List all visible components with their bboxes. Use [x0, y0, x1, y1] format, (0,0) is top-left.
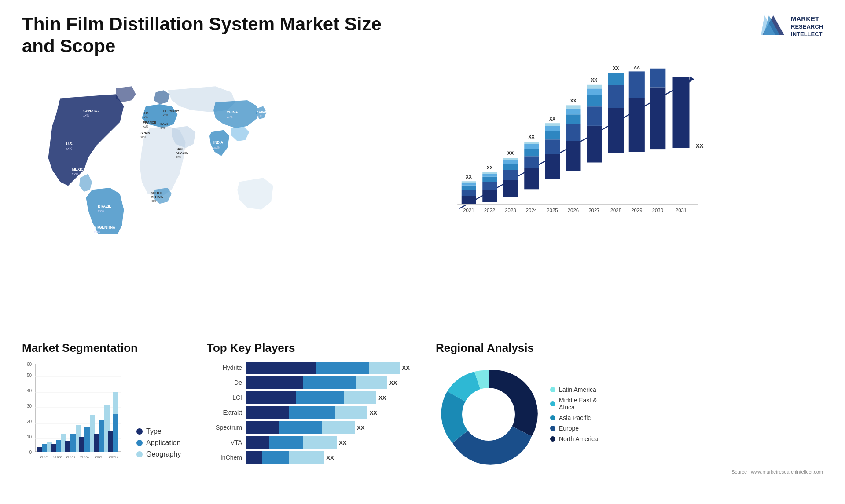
svg-rect-95 — [650, 87, 665, 149]
svg-rect-61 — [524, 144, 539, 148]
svg-text:2021: 2021 — [463, 207, 474, 212]
svg-rect-75 — [566, 109, 580, 114]
svg-text:xx%: xx% — [151, 199, 156, 202]
svg-rect-69 — [545, 123, 560, 126]
regional-label-apac: Asia Pacific — [559, 414, 591, 421]
svg-text:2029: 2029 — [631, 207, 642, 212]
map-section: CANADA xx% U.S. xx% MEXICO xx% BRAZIL xx… — [22, 66, 321, 251]
regional-legend-apac: Asia Pacific — [550, 414, 598, 421]
svg-text:GERMANY: GERMANY — [163, 109, 179, 113]
svg-text:xx%: xx% — [94, 230, 100, 234]
svg-text:MEXICO: MEXICO — [72, 168, 86, 172]
header: Thin Film Distillation System Market Siz… — [22, 13, 823, 58]
svg-rect-96 — [650, 69, 665, 88]
legend-dot-application — [136, 440, 143, 446]
logo-text: MARKET RESEARCH INTELLECT — [791, 15, 823, 38]
svg-rect-59 — [524, 156, 539, 168]
svg-rect-51 — [503, 180, 518, 197]
svg-text:ARABIA: ARABIA — [176, 151, 188, 155]
svg-text:xx%: xx% — [140, 135, 146, 139]
svg-rect-88 — [608, 73, 624, 85]
svg-rect-117 — [37, 447, 42, 452]
legend-geography: Geography — [136, 450, 181, 458]
seg-legend: Type Application Geography — [136, 427, 181, 463]
player-row-vta: VTA XX — [207, 436, 427, 449]
player-row-de: De XX — [207, 376, 427, 389]
svg-rect-125 — [65, 441, 70, 452]
svg-text:BRAZIL: BRAZIL — [98, 205, 111, 208]
source-text: Source : www.marketresearchintellect.com — [436, 469, 823, 475]
svg-text:SPAIN: SPAIN — [140, 131, 150, 135]
legend-dot-type — [136, 428, 143, 435]
svg-text:xx%: xx% — [176, 155, 181, 158]
svg-text:50: 50 — [27, 373, 32, 378]
svg-rect-55 — [503, 158, 518, 160]
svg-text:xx%: xx% — [72, 172, 78, 176]
svg-rect-52 — [503, 170, 518, 180]
svg-rect-122 — [56, 440, 61, 452]
svg-text:SAUDI: SAUDI — [176, 147, 185, 151]
svg-text:XX: XX — [634, 66, 640, 69]
svg-rect-137 — [108, 431, 113, 452]
svg-rect-99 — [673, 77, 690, 148]
bar-chart-section: 2021 XX 2022 XX 2023 — [330, 66, 823, 251]
svg-rect-58 — [524, 168, 539, 190]
svg-rect-133 — [94, 434, 99, 452]
legend-application: Application — [136, 439, 181, 447]
svg-rect-60 — [524, 149, 539, 156]
player-bar-vta: XX — [246, 436, 427, 449]
svg-text:XX: XX — [486, 165, 492, 170]
svg-rect-76 — [566, 105, 580, 109]
svg-text:2024: 2024 — [80, 455, 89, 459]
player-row-extrakt: Extrakt XX — [207, 406, 427, 419]
svg-text:2022: 2022 — [53, 455, 62, 459]
svg-rect-62 — [524, 142, 539, 144]
main-content: CANADA xx% U.S. xx% MEXICO xx% BRAZIL xx… — [22, 66, 823, 332]
svg-text:SOUTH: SOUTH — [151, 190, 162, 194]
player-bar-inchem: XX — [246, 451, 427, 464]
svg-text:XX: XX — [528, 135, 534, 139]
svg-text:xx%: xx% — [160, 126, 165, 129]
player-name-de: De — [207, 379, 242, 386]
svg-rect-79 — [587, 126, 602, 163]
svg-rect-41 — [462, 181, 476, 183]
svg-rect-39 — [462, 186, 476, 190]
svg-rect-74 — [566, 114, 580, 124]
svg-text:XX: XX — [613, 66, 619, 71]
players-chart: Hydrite XX De — [207, 362, 427, 464]
svg-text:20: 20 — [27, 419, 32, 424]
svg-text:xx%: xx% — [163, 113, 168, 117]
player-row-lci: LCI XX — [207, 391, 427, 404]
player-bar-de: XX — [246, 376, 427, 389]
bottom-section: Market Segmentation 0 10 20 30 40 50 — [22, 341, 823, 491]
svg-rect-138 — [113, 414, 118, 452]
svg-rect-72 — [566, 141, 580, 171]
svg-text:2023: 2023 — [505, 207, 516, 212]
svg-rect-54 — [503, 160, 518, 164]
svg-text:XX: XX — [507, 151, 514, 156]
svg-text:XX: XX — [591, 78, 597, 83]
svg-rect-46 — [482, 177, 497, 182]
svg-text:xx%: xx% — [227, 115, 233, 119]
player-name-hydrite: Hydrite — [207, 364, 242, 371]
regional-dot-europe — [550, 426, 555, 431]
regional-section: Regional Analysis — [436, 341, 823, 491]
svg-text:2024: 2024 — [526, 207, 537, 212]
player-name-spectrum: Spectrum — [207, 424, 242, 431]
svg-text:INDIA: INDIA — [213, 141, 223, 145]
segmentation-title: Market Segmentation — [22, 341, 198, 355]
svg-rect-68 — [545, 126, 560, 131]
player-row-spectrum: Spectrum XX — [207, 421, 427, 434]
svg-text:30: 30 — [27, 404, 32, 409]
svg-rect-129 — [79, 437, 84, 452]
svg-text:2030: 2030 — [652, 207, 663, 212]
svg-text:2026: 2026 — [109, 455, 118, 459]
regional-label-na: North America — [559, 435, 598, 442]
logo-icon — [760, 13, 786, 40]
bar-chart-wrapper: 2021 XX 2022 XX 2023 — [330, 66, 823, 234]
svg-rect-86 — [608, 108, 624, 153]
svg-text:U.K.: U.K. — [143, 111, 149, 115]
seg-chart: 0 10 20 30 40 50 60 — [22, 362, 128, 463]
svg-text:2028: 2028 — [610, 207, 621, 212]
svg-text:ARGENTINA: ARGENTINA — [94, 226, 115, 230]
